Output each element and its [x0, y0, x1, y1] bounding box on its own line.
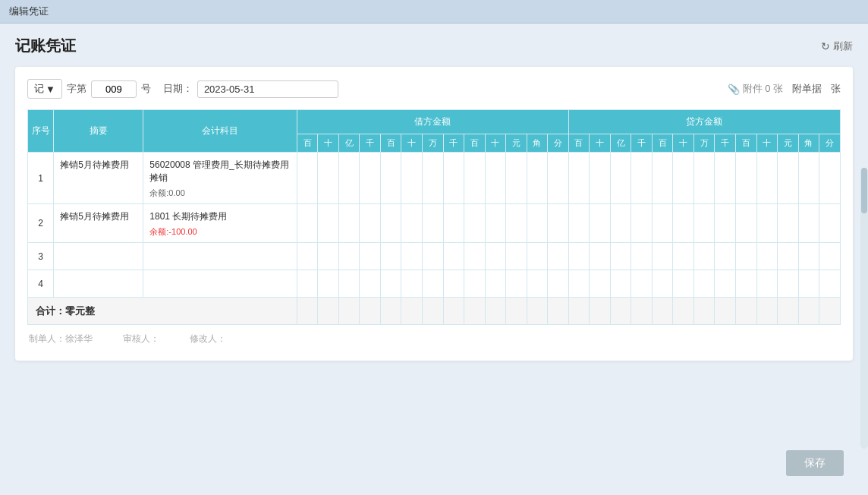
row-0-summary[interactable]: 摊销5月待摊费用: [54, 153, 143, 204]
row-1-credit-11[interactable]: [798, 204, 819, 243]
date-input[interactable]: [197, 80, 338, 98]
row-3-debit-9[interactable]: [485, 270, 506, 298]
row-3-debit-4[interactable]: [380, 270, 401, 298]
row-0-credit-2[interactable]: [610, 153, 631, 204]
row-1-credit-4[interactable]: [652, 204, 673, 243]
row-2-credit-0[interactable]: [568, 243, 590, 270]
row-2-credit-11[interactable]: [798, 243, 819, 270]
row-3-credit-4[interactable]: [652, 270, 673, 298]
row-1-credit-10[interactable]: [778, 204, 799, 243]
row-2-credit-2[interactable]: [610, 243, 631, 270]
row-0-account[interactable]: 56020008 管理费用_长期待摊费用摊销余额:0.00: [143, 153, 297, 204]
row-3-debit-8[interactable]: [464, 270, 486, 298]
row-1-debit-12[interactable]: [548, 204, 569, 243]
row-3-account[interactable]: [143, 270, 297, 298]
row-2-account[interactable]: [143, 243, 297, 270]
row-0-credit-1[interactable]: [590, 153, 611, 204]
row-3-credit-10[interactable]: [778, 270, 799, 298]
attachment-link[interactable]: 📎 附件 0 张: [728, 82, 783, 96]
row-2-debit-2[interactable]: [338, 243, 360, 270]
row-2-debit-4[interactable]: [380, 243, 401, 270]
row-3-credit-0[interactable]: [568, 270, 590, 298]
row-1-credit-7[interactable]: [715, 204, 736, 243]
row-2-credit-9[interactable]: [756, 243, 778, 270]
row-3-credit-11[interactable]: [798, 270, 819, 298]
row-0-credit-5[interactable]: [673, 153, 694, 204]
row-3-credit-3[interactable]: [631, 270, 653, 298]
zi-number-input[interactable]: [91, 80, 137, 98]
row-3-credit-9[interactable]: [756, 270, 778, 298]
row-2-debit-0[interactable]: [297, 243, 318, 270]
row-2-debit-11[interactable]: [527, 243, 548, 270]
row-2-seq[interactable]: 3: [28, 243, 54, 270]
row-2-debit-10[interactable]: [506, 243, 527, 270]
scrollbar[interactable]: [860, 168, 868, 449]
row-2-debit-1[interactable]: [318, 243, 339, 270]
row-2-credit-7[interactable]: [715, 243, 736, 270]
row-3-credit-6[interactable]: [693, 270, 715, 298]
row-3-debit-2[interactable]: [338, 270, 360, 298]
row-3-debit-0[interactable]: [297, 270, 318, 298]
row-1-debit-0[interactable]: [297, 204, 318, 243]
row-1-credit-6[interactable]: [693, 204, 715, 243]
row-3-debit-5[interactable]: [401, 270, 423, 298]
row-0-debit-3[interactable]: [360, 153, 381, 204]
row-2-debit-5[interactable]: [401, 243, 423, 270]
row-0-debit-0[interactable]: [297, 153, 318, 204]
row-0-credit-10[interactable]: [778, 153, 799, 204]
row-1-credit-2[interactable]: [610, 204, 631, 243]
row-3-credit-7[interactable]: [715, 270, 736, 298]
row-0-credit-9[interactable]: [756, 153, 778, 204]
row-2-credit-6[interactable]: [693, 243, 715, 270]
row-2-debit-8[interactable]: [464, 243, 486, 270]
ji-select[interactable]: 记 ▼: [27, 79, 62, 99]
row-2-summary[interactable]: [54, 243, 143, 270]
row-2-credit-12[interactable]: [819, 243, 841, 270]
row-3-debit-1[interactable]: [318, 270, 339, 298]
row-0-credit-3[interactable]: [631, 153, 653, 204]
row-1-debit-7[interactable]: [443, 204, 464, 243]
row-1-credit-12[interactable]: [819, 204, 841, 243]
row-0-debit-7[interactable]: [443, 153, 464, 204]
row-1-debit-4[interactable]: [380, 204, 401, 243]
row-1-credit-1[interactable]: [590, 204, 611, 243]
row-3-debit-12[interactable]: [548, 270, 569, 298]
row-1-debit-11[interactable]: [527, 204, 548, 243]
row-1-account[interactable]: 1801 长期待摊费用余额:-100.00: [143, 204, 297, 243]
row-2-credit-8[interactable]: [735, 243, 756, 270]
row-3-seq[interactable]: 4: [28, 270, 54, 298]
row-1-summary[interactable]: 摊销5月待摊费用: [54, 204, 143, 243]
row-0-credit-11[interactable]: [798, 153, 819, 204]
row-0-debit-8[interactable]: [464, 153, 486, 204]
row-0-debit-12[interactable]: [548, 153, 569, 204]
row-2-credit-10[interactable]: [778, 243, 799, 270]
row-1-seq[interactable]: 2: [28, 204, 54, 243]
row-1-credit-3[interactable]: [631, 204, 653, 243]
row-0-seq[interactable]: 1: [28, 153, 54, 204]
row-3-debit-10[interactable]: [506, 270, 527, 298]
row-3-credit-12[interactable]: [819, 270, 841, 298]
row-3-credit-5[interactable]: [673, 270, 694, 298]
save-button[interactable]: 保存: [786, 450, 844, 476]
row-1-credit-9[interactable]: [756, 204, 778, 243]
row-3-debit-11[interactable]: [527, 270, 548, 298]
row-3-debit-3[interactable]: [360, 270, 381, 298]
row-3-debit-7[interactable]: [443, 270, 464, 298]
row-3-credit-2[interactable]: [610, 270, 631, 298]
row-2-credit-1[interactable]: [590, 243, 611, 270]
row-0-debit-6[interactable]: [423, 153, 444, 204]
row-0-debit-11[interactable]: [527, 153, 548, 204]
row-0-credit-12[interactable]: [819, 153, 841, 204]
row-2-credit-4[interactable]: [652, 243, 673, 270]
refresh-button[interactable]: ↻ 刷新: [821, 39, 853, 53]
row-1-credit-0[interactable]: [568, 204, 590, 243]
row-1-debit-1[interactable]: [318, 204, 339, 243]
row-0-credit-0[interactable]: [568, 153, 590, 204]
row-1-debit-8[interactable]: [464, 204, 486, 243]
row-0-debit-1[interactable]: [318, 153, 339, 204]
row-1-debit-3[interactable]: [360, 204, 381, 243]
fu-dan-button[interactable]: 附单据: [792, 82, 822, 96]
row-0-credit-4[interactable]: [652, 153, 673, 204]
row-1-credit-8[interactable]: [735, 204, 756, 243]
row-0-debit-9[interactable]: [485, 153, 506, 204]
